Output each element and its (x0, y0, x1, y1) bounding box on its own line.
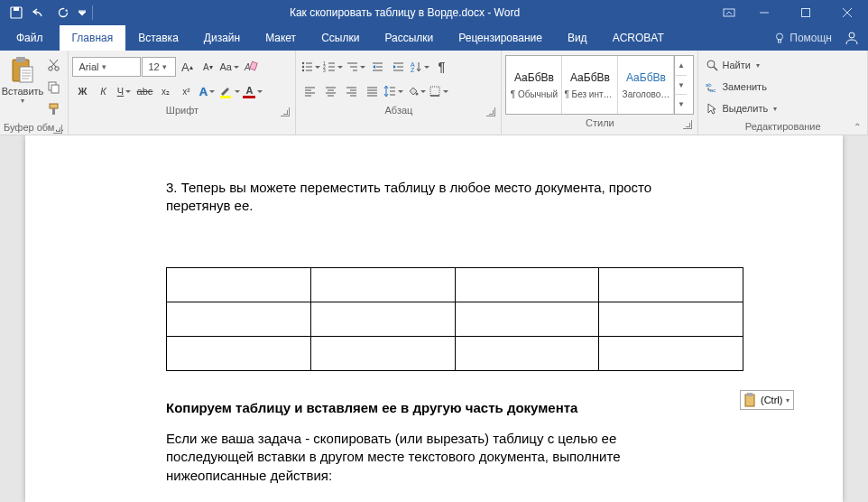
font-name-combo[interactable]: Arial▾ (72, 57, 141, 77)
outdent-icon (371, 60, 383, 73)
bullets-button[interactable] (300, 57, 321, 77)
paint-bucket-icon (406, 85, 419, 98)
tab-references[interactable]: Ссылки (309, 25, 372, 51)
font-size-combo[interactable]: 12▾ (142, 57, 176, 77)
subscript-button[interactable]: x₂ (155, 81, 175, 101)
svg-point-31 (302, 66, 304, 68)
undo-button[interactable] (29, 2, 51, 23)
gallery-up-button[interactable]: ▲ (674, 56, 687, 76)
tab-review[interactable]: Рецензирование (446, 25, 555, 51)
page[interactable]: 3. Теперь вы можете переместить таблицу … (25, 135, 843, 502)
minimize-button[interactable] (743, 0, 785, 25)
svg-text:Z: Z (411, 67, 415, 73)
lightbulb-icon (773, 32, 786, 44)
align-left-button[interactable] (300, 81, 319, 101)
text-effects-button[interactable]: A (197, 81, 217, 101)
svg-rect-1 (14, 7, 19, 11)
find-button[interactable]: Найти ▾ (702, 55, 863, 75)
paste-options-button[interactable]: (Ctrl) ▾ (740, 390, 794, 410)
change-case-button[interactable]: Aa (218, 57, 239, 77)
tab-file[interactable]: Файл (0, 25, 60, 51)
sort-button[interactable]: AZ (409, 57, 430, 77)
collapse-ribbon-button[interactable]: ⌃ (850, 120, 864, 133)
grow-font-button[interactable]: A▴ (177, 57, 197, 77)
align-right-icon (345, 85, 357, 98)
shrink-font-button[interactable]: A▾ (198, 57, 217, 77)
justify-button[interactable] (362, 81, 382, 101)
align-right-button[interactable] (341, 81, 361, 101)
chevron-down-icon: ▾ (786, 396, 790, 404)
tab-view[interactable]: Вид (555, 25, 600, 51)
styles-dialog-launcher[interactable] (683, 120, 692, 129)
svg-point-74 (707, 60, 715, 68)
line-spacing-button[interactable] (383, 81, 404, 101)
document-table[interactable] (166, 267, 743, 371)
svg-rect-72 (430, 87, 439, 96)
close-button[interactable] (826, 0, 868, 25)
format-painter-button[interactable] (43, 98, 63, 118)
tab-design[interactable]: Дизайн (191, 25, 253, 51)
gallery-down-button[interactable]: ▼ (674, 76, 687, 96)
svg-rect-27 (250, 61, 257, 70)
paste-label: Вставить (2, 86, 44, 97)
tab-insert[interactable]: Вставка (125, 25, 191, 51)
style-heading1[interactable]: АаБбВв Заголово… (618, 56, 674, 114)
maximize-button[interactable] (785, 0, 826, 25)
superscript-button[interactable]: x² (176, 81, 196, 101)
tab-mailings[interactable]: Рассылки (372, 25, 446, 51)
redo-button[interactable] (52, 2, 74, 23)
cut-button[interactable] (43, 55, 63, 75)
font-color-button[interactable]: A (242, 81, 263, 101)
increase-indent-button[interactable] (388, 57, 408, 77)
scissors-icon (47, 59, 60, 72)
document-area: 3. Теперь вы можете переместить таблицу … (0, 135, 868, 502)
editing-group-label: Редактирование (745, 121, 821, 132)
gallery-more-button[interactable]: ▼ (674, 95, 687, 114)
chevron-down-icon: ▾ (160, 62, 171, 71)
tab-acrobat[interactable]: ACROBAT (600, 25, 677, 51)
clear-formatting-button[interactable]: A (241, 57, 261, 77)
style-normal[interactable]: АаБбВв ¶ Обычный (506, 56, 562, 114)
tab-layout[interactable]: Макет (253, 25, 309, 51)
svg-rect-25 (52, 108, 55, 115)
decrease-indent-button[interactable] (367, 57, 387, 77)
person-icon (845, 31, 859, 45)
shading-button[interactable] (405, 81, 427, 101)
save-button[interactable] (5, 2, 27, 23)
line-spacing-icon (383, 85, 396, 98)
italic-button[interactable]: К (93, 81, 113, 101)
paragraph-3: 3. Теперь вы можете переместить таблицу … (166, 179, 702, 216)
account-button[interactable] (845, 31, 859, 45)
styles-gallery: АаБбВв ¶ Обычный АаБбВв ¶ Без инте… АаБб… (505, 55, 694, 115)
bold-button[interactable]: Ж (72, 81, 92, 101)
svg-rect-23 (51, 85, 59, 93)
tell-me-label: Помощн (790, 32, 832, 44)
chevron-down-icon: ▾ (773, 105, 777, 113)
replace-icon: abac (706, 80, 718, 93)
align-center-button[interactable] (320, 81, 340, 101)
ribbon-display-options[interactable] (715, 8, 743, 17)
font-dialog-launcher[interactable] (281, 107, 290, 116)
highlight-button[interactable] (217, 81, 241, 101)
cursor-icon (706, 102, 718, 115)
svg-point-8 (777, 33, 783, 40)
tab-home[interactable]: Главная (60, 25, 126, 51)
paragraph-dialog-launcher[interactable] (486, 107, 495, 116)
style-no-spacing[interactable]: АаБбВв ¶ Без инте… (562, 56, 618, 114)
copy-button[interactable] (43, 77, 63, 97)
tell-me[interactable]: Помощн (773, 32, 832, 44)
paste-button[interactable]: Вставить ▾ (4, 53, 42, 119)
svg-point-33 (302, 70, 304, 71)
numbering-button[interactable]: 123 (322, 57, 344, 77)
replace-button[interactable]: abac Заменить (702, 77, 863, 97)
search-icon (706, 59, 718, 71)
highlighter-icon (218, 84, 233, 98)
select-button[interactable]: Выделить ▾ (702, 98, 863, 118)
clipboard-dialog-launcher[interactable] (53, 125, 62, 134)
multilevel-list-button[interactable] (345, 57, 366, 77)
borders-button[interactable] (428, 81, 449, 101)
qat-customize-button[interactable] (76, 2, 88, 23)
show-marks-button[interactable]: ¶ (431, 57, 451, 77)
strikethrough-button[interactable]: abc (134, 81, 154, 101)
underline-button[interactable]: Ч (114, 81, 134, 101)
